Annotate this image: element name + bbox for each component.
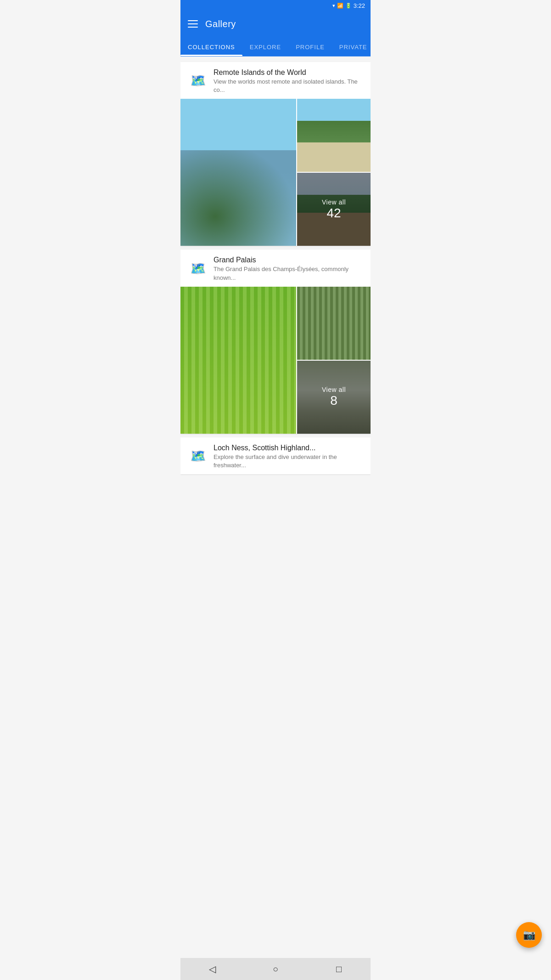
wifi-icon: ▾ [332, 3, 335, 9]
tab-private[interactable]: PRIVATE 🔒 [332, 37, 371, 56]
collection-card-grand-palais[interactable]: 🗺️ Grand Palais The Grand Palais des Cha… [180, 249, 371, 433]
app-title: Gallery [205, 19, 236, 29]
card-title-loch-ness: Loch Ness, Scottish Highland... [214, 444, 363, 452]
image-side-remote-islands: View all 42 [297, 99, 371, 246]
palais-top-image [297, 287, 371, 360]
view-all-overlay-palais[interactable]: View all 8 [297, 361, 371, 434]
card-desc-grand-palais: The Grand Palais des Champs-Élysées, com… [214, 265, 363, 282]
card-text-remote-islands: Remote Islands of the World View the wor… [214, 68, 363, 94]
island-image [297, 99, 371, 172]
tab-profile[interactable]: PROFILE [288, 37, 332, 56]
status-icons: ▾ 📶 🔋 3:22 [332, 2, 365, 9]
image-palais-top[interactable] [297, 287, 371, 361]
view-all-count-palais: 8 [330, 393, 337, 408]
svg-text:🗺️: 🗺️ [190, 73, 206, 88]
image-grid-grand-palais[interactable]: View all 8 [180, 287, 371, 434]
menu-button[interactable] [188, 20, 198, 28]
tab-bar: COLLECTIONS EXPLORE PROFILE PRIVATE 🔒 [180, 37, 371, 57]
battery-icon: 🔋 [345, 3, 352, 9]
maps-icon-grand-palais: 🗺️ [188, 259, 208, 279]
image-main-palais[interactable] [180, 287, 297, 434]
lock-icon: 🔒 [369, 43, 371, 51]
svg-text:🗺️: 🗺️ [190, 448, 206, 464]
card-header-loch-ness: 🗺️ Loch Ness, Scottish Highland... Explo… [180, 437, 371, 474]
card-desc-loch-ness: Explore the surface and dive underwater … [214, 453, 363, 470]
view-all-text-remote: View all [322, 198, 346, 206]
collections-content: 🗺️ Remote Islands of the World View the … [180, 57, 371, 504]
card-title-remote-islands: Remote Islands of the World [214, 68, 363, 77]
image-side-grand-palais: View all 8 [297, 287, 371, 434]
card-title-grand-palais: Grand Palais [214, 256, 363, 264]
tab-explore[interactable]: EXPLORE [242, 37, 288, 56]
image-tropical[interactable] [297, 99, 371, 173]
image-view-all-palais[interactable]: View all 8 [297, 361, 371, 434]
card-desc-remote-islands: View the worlds most remote and isolated… [214, 78, 363, 94]
beach-image [180, 99, 296, 246]
view-all-overlay-remote[interactable]: View all 42 [297, 173, 371, 246]
image-view-all-remote[interactable]: View all 42 [297, 173, 371, 246]
card-header-grand-palais: 🗺️ Grand Palais The Grand Palais des Cha… [180, 249, 371, 286]
maps-icon-remote-islands: 🗺️ [188, 71, 208, 91]
app-bar: Gallery [180, 11, 371, 37]
tab-collections[interactable]: COLLECTIONS [180, 37, 242, 56]
status-time: 3:22 [354, 2, 365, 9]
image-main-beach[interactable] [180, 99, 297, 246]
collection-card-remote-islands[interactable]: 🗺️ Remote Islands of the World View the … [180, 62, 371, 246]
maps-icon-loch-ness: 🗺️ [188, 447, 208, 467]
card-header-remote-islands: 🗺️ Remote Islands of the World View the … [180, 62, 371, 99]
image-grid-remote-islands[interactable]: View all 42 [180, 99, 371, 246]
view-all-text-palais: View all [322, 386, 346, 393]
signal-icon: 📶 [337, 3, 343, 9]
card-text-loch-ness: Loch Ness, Scottish Highland... Explore … [214, 444, 363, 470]
status-bar: ▾ 📶 🔋 3:22 [180, 0, 371, 11]
palais-interior-image [180, 287, 296, 434]
card-text-grand-palais: Grand Palais The Grand Palais des Champs… [214, 256, 363, 282]
collection-card-loch-ness[interactable]: 🗺️ Loch Ness, Scottish Highland... Explo… [180, 437, 371, 474]
view-all-count-remote: 42 [326, 206, 341, 221]
svg-text:🗺️: 🗺️ [190, 261, 206, 276]
